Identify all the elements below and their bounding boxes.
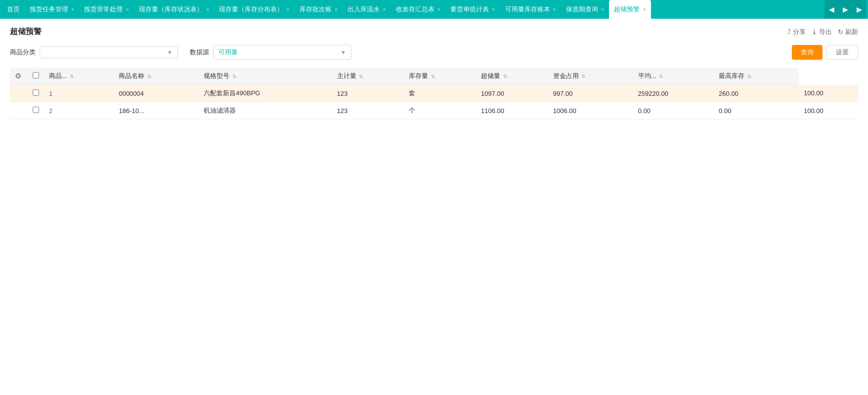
datasource-select[interactable]: 可用量 ▼ (213, 45, 351, 60)
col-avg-label: 平均... (638, 72, 656, 79)
col-product-name: 商品名称 ⇅ (114, 68, 199, 85)
category-select[interactable]: ▼ (40, 46, 178, 58)
nav-item-batch[interactable]: 库存批次账 × (295, 0, 343, 19)
row-product-code-1: 186-10... (114, 102, 199, 119)
row-no-0: 1 (44, 85, 114, 102)
col-overstock-label: 超储量 (481, 72, 500, 79)
col-spec: 规格型号 ⇅ (199, 68, 332, 85)
sort-avg-icon[interactable]: ⇅ (659, 74, 663, 79)
share-label: 分享 (793, 28, 806, 37)
nav-item-task[interactable]: 拣货任务管理 × (25, 0, 79, 19)
row-product-name-0: 六配套新昌490BPG (199, 85, 332, 102)
row-product-code-0: 0000004 (114, 85, 199, 102)
col-capital: 资金占用 ⇅ (548, 68, 633, 85)
nav-item-home[interactable]: 首页 (2, 0, 25, 19)
nav-item-order-stat[interactable]: 要货单统计表 × (445, 0, 500, 19)
share-link[interactable]: ⤴ 分享 (787, 28, 806, 37)
nav-item-available[interactable]: 可用量库存账本 × (500, 0, 561, 19)
export-link[interactable]: ⤓ 导出 (812, 28, 832, 37)
close-inventory-status-tab[interactable]: × (206, 6, 209, 12)
data-table: ⚙ 商品... ⇅ 商品名称 ⇅ 规格型号 ⇅ 主计量 (10, 68, 858, 119)
query-button[interactable]: 查询 (792, 45, 823, 60)
row-overstock-0: 997.00 (548, 85, 633, 102)
col-unit-label: 主计量 (337, 72, 356, 79)
close-expiry-tab[interactable]: × (601, 6, 604, 12)
col-product-code: 商品... ⇅ (44, 68, 114, 85)
close-order-stat-tab[interactable]: × (492, 6, 495, 12)
close-abnormal-tab[interactable]: × (126, 6, 129, 12)
sort-spec-icon[interactable]: ⇅ (232, 74, 236, 79)
header-actions: ⤴ 分享 ⤓ 导出 ↻ 刷新 (787, 28, 858, 37)
nav-bar: 首页 拣货任务管理 × 拣货异常处理 × 现存量（库存状况表） × 现存量（库存… (0, 0, 868, 19)
row-stock-1: 1106.00 (476, 102, 548, 119)
close-inventory-dist-tab[interactable]: × (286, 6, 289, 12)
row-checkbox-cell-1 (28, 102, 44, 119)
row-product-name-1: 机油滤清器 (199, 102, 332, 119)
close-task-tab[interactable]: × (71, 6, 74, 12)
sort-product-code-icon[interactable]: ⇅ (70, 74, 74, 79)
col-settings: ⚙ (10, 68, 28, 85)
row-unit-1: 个 (404, 102, 476, 119)
col-avg: 平均... ⇅ (633, 68, 714, 85)
row-checkbox-cell-0 (28, 85, 44, 102)
close-collect-tab[interactable]: × (437, 6, 440, 12)
settings-button[interactable]: 设置 (826, 45, 858, 60)
page-title: 超储预警 (10, 27, 42, 37)
nav-arrow-right[interactable]: ▶ (838, 0, 852, 19)
nav-item-collect[interactable]: 收发存汇总表 × (391, 0, 445, 19)
datasource-value: 可用量 (218, 48, 238, 57)
nav-item-overstock[interactable]: 超储预警 × (609, 0, 651, 19)
col-max-stock: 最高库存 ⇅ (714, 68, 799, 85)
close-available-tab[interactable]: × (553, 6, 556, 12)
col-checkbox-header (28, 68, 44, 85)
nav-arrow-left[interactable]: ◀ (825, 0, 838, 19)
nav-item-inout[interactable]: 出入库流水 × (343, 0, 391, 19)
col-capital-label: 资金占用 (553, 72, 579, 79)
row-stock-0: 1097.00 (476, 85, 548, 102)
sort-stock-icon[interactable]: ⇅ (431, 74, 435, 79)
nav-item-expiry[interactable]: 保质期查询 × (561, 0, 609, 19)
category-dropdown-icon: ▼ (167, 49, 173, 55)
row-spec-1: 123 (332, 102, 404, 119)
row-settings-0 (10, 85, 28, 102)
refresh-label: 刷新 (845, 28, 858, 37)
table-header-row: ⚙ 商品... ⇅ 商品名称 ⇅ 规格型号 ⇅ 主计量 (10, 68, 858, 85)
nav-arrow-expand[interactable]: ▶ (852, 0, 866, 19)
sort-capital-icon[interactable]: ⇅ (581, 74, 585, 79)
col-unit: 主计量 ⇅ (332, 68, 404, 85)
sort-overstock-icon[interactable]: ⇅ (503, 74, 507, 79)
row-settings-1 (10, 102, 28, 119)
row-capital-1: 0.00 (633, 102, 714, 119)
nav-item-abnormal[interactable]: 拣货异常处理 × (79, 0, 133, 19)
row-capital-0: 259220.00 (633, 85, 714, 102)
row-checkbox-0[interactable] (33, 89, 39, 96)
category-label: 商品分类 (10, 48, 36, 57)
col-stock-label: 库存量 (409, 72, 428, 79)
row-unit-0: 套 (404, 85, 476, 102)
col-overstock: 超储量 ⇅ (476, 68, 548, 85)
filter-row: 商品分类 ▼ 数据源 可用量 ▼ 查询 设置 (10, 45, 858, 60)
nav-arrows: ◀ ▶ ▶ (825, 0, 866, 19)
sort-max-stock-icon[interactable]: ⇅ (747, 74, 751, 79)
category-filter-item: 商品分类 ▼ (10, 46, 178, 58)
row-checkbox-1[interactable] (33, 107, 39, 113)
export-label: 导出 (819, 28, 832, 37)
close-inout-tab[interactable]: × (383, 6, 386, 12)
datasource-dropdown-icon: ▼ (341, 49, 346, 55)
row-spec-0: 123 (332, 85, 404, 102)
col-product-code-label: 商品... (49, 72, 67, 79)
close-overstock-tab[interactable]: × (643, 6, 646, 12)
sort-product-name-icon[interactable]: ⇅ (147, 74, 151, 79)
refresh-icon: ↻ (838, 28, 843, 36)
page-content: 超储预警 ⤴ 分享 ⤓ 导出 ↻ 刷新 商品分类 ▼ 数据源 (0, 19, 868, 395)
row-max-stock-0: 100.00 (799, 85, 858, 102)
col-product-name-label: 商品名称 (119, 72, 144, 79)
nav-item-inventory-status[interactable]: 现存量（库存状况表） × (134, 0, 214, 19)
nav-item-inventory-dist[interactable]: 现存量（库存分布表） × (214, 0, 294, 19)
close-batch-tab[interactable]: × (335, 6, 338, 12)
export-icon: ⤓ (812, 28, 817, 36)
sort-unit-icon[interactable]: ⇅ (359, 74, 363, 79)
select-all-checkbox[interactable] (33, 72, 39, 79)
refresh-link[interactable]: ↻ 刷新 (838, 28, 858, 37)
column-settings-icon[interactable]: ⚙ (15, 72, 21, 80)
